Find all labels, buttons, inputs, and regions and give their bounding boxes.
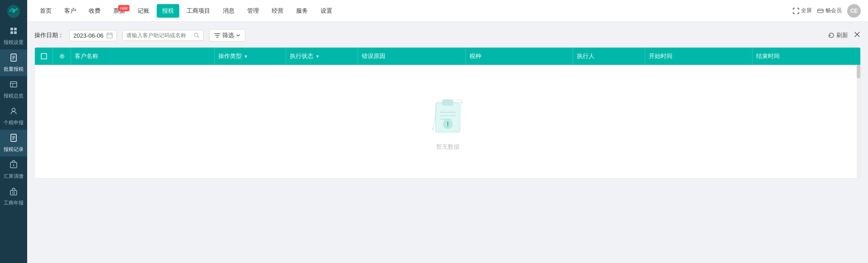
svg-point-43 <box>432 128 434 131</box>
avatar[interactable]: CE <box>847 4 861 18</box>
nav-income[interactable]: 收费 <box>83 4 106 18</box>
huisuan-jiaona-icon <box>9 160 18 171</box>
th-executor: 执行人 <box>573 48 645 65</box>
nav-message[interactable]: 消息 <box>217 4 240 18</box>
sidebar-item-baoshui-jilu[interactable]: 报税记录 <box>0 130 27 156</box>
svg-rect-25 <box>107 33 112 38</box>
close-button[interactable] <box>854 31 861 40</box>
svg-rect-4 <box>10 31 13 34</box>
close-icon <box>854 31 861 38</box>
nav-manage[interactable]: 管理 <box>242 4 264 18</box>
th-op-type[interactable]: 操作类型 ▼ <box>215 48 286 65</box>
search-input[interactable] <box>126 32 192 39</box>
th-settings[interactable] <box>53 48 71 65</box>
svg-rect-5 <box>14 31 17 34</box>
nav-account[interactable]: 记账 <box>132 4 155 18</box>
sidebar-item-label: 批量报税 <box>4 66 24 73</box>
th-client-name: 客户名称 <box>71 48 215 65</box>
svg-point-13 <box>12 108 15 112</box>
empty-text: 暂无数据 <box>436 143 460 151</box>
member-button[interactable]: 畅会员 <box>817 7 842 15</box>
table-header: 客户名称 操作类型 ▼ 执行状态 ▼ 错误原因 税种 <box>35 48 860 65</box>
filter-button[interactable]: 筛选 <box>209 29 245 42</box>
page-content: 操作日期： 2023-06-06 <box>27 22 868 263</box>
refresh-icon <box>828 32 834 39</box>
sidebar-item-label: 汇算清缴 <box>4 173 24 180</box>
svg-point-1 <box>12 10 15 13</box>
scrollbar-right[interactable] <box>857 65 860 178</box>
nav-invoice[interactable]: 票据 new <box>108 4 130 18</box>
svg-rect-3 <box>14 28 17 30</box>
sidebar-item-huisuan-jiaona[interactable]: 汇算清缴 <box>0 156 27 183</box>
svg-rect-2 <box>10 28 13 30</box>
top-nav-right: 全屏 畅会员 CE <box>793 4 861 18</box>
search-icon <box>194 32 199 39</box>
sidebar-item-label: 工商年报 <box>4 200 24 206</box>
piliang-baoshui-icon <box>9 53 18 64</box>
svg-point-44 <box>460 102 462 103</box>
sidebar-item-geshuishenb[interactable]: 个税申报 <box>0 103 27 130</box>
nav-business[interactable]: 工商项目 <box>181 4 216 18</box>
svg-rect-23 <box>818 9 823 13</box>
top-nav: 首页 客户 收费 票据 new 记账 报税 工商项目 消息 <box>27 0 868 22</box>
scroll-thumb[interactable] <box>857 65 860 78</box>
fullscreen-button[interactable]: 全屏 <box>793 7 812 15</box>
nav-tax[interactable]: 报税 <box>157 4 179 18</box>
sidebar: 报税设置 批量报税 报税总览 <box>0 0 27 263</box>
calendar-icon <box>106 32 113 39</box>
gongshang-nianb-icon <box>9 187 18 198</box>
select-all-checkbox[interactable] <box>41 53 47 59</box>
empty-state: 暂无数据 <box>35 65 860 178</box>
empty-illustration <box>425 92 470 137</box>
sidebar-logo <box>0 0 27 23</box>
sidebar-item-label: 个税申报 <box>4 119 24 126</box>
baoshui-jilu-icon <box>9 133 18 145</box>
date-label: 操作日期： <box>34 31 64 39</box>
filter-icon <box>214 32 221 39</box>
nav-home[interactable]: 首页 <box>34 4 57 18</box>
nav-operation[interactable]: 经营 <box>266 4 289 18</box>
sidebar-item-gongshang-nianb[interactable]: 工商年报 <box>0 183 27 210</box>
content: 操作日期： 2023-06-06 <box>27 22 868 263</box>
th-exec-status[interactable]: 执行状态 ▼ <box>286 48 358 65</box>
member-icon <box>817 8 824 14</box>
invoice-badge: new <box>118 5 129 12</box>
svg-line-30 <box>198 36 199 38</box>
main-area: 首页 客户 收费 票据 new 记账 报税 工商项目 消息 <box>27 0 868 263</box>
svg-rect-35 <box>442 100 453 105</box>
table-container: 客户名称 操作类型 ▼ 执行状态 ▼ 错误原因 税种 <box>34 47 861 179</box>
geshuishenb-icon <box>9 107 18 118</box>
op-type-sort-icon: ▼ <box>244 54 248 59</box>
nav-items: 首页 客户 收费 票据 new 记账 报税 工商项目 消息 <box>34 4 793 18</box>
sidebar-item-label: 报税记录 <box>4 146 24 153</box>
svg-point-41 <box>447 126 448 127</box>
sidebar-item-piliang-baoshui[interactable]: 批量报税 <box>0 49 27 76</box>
th-error-reason: 错误原因 <box>358 48 466 65</box>
th-end-time: 结束时间 <box>753 48 860 65</box>
nav-customer[interactable]: 客户 <box>59 4 82 18</box>
toolbar: 操作日期： 2023-06-06 <box>34 29 861 42</box>
sidebar-item-baoshui-shezhi[interactable]: 报税设置 <box>0 23 27 49</box>
th-checkbox[interactable] <box>35 48 53 65</box>
baoshui-zonglан-icon <box>9 80 18 91</box>
chevron-down-icon <box>236 33 240 38</box>
baoshui-shezhi-icon <box>9 26 18 38</box>
nav-service[interactable]: 服务 <box>291 4 313 18</box>
th-start-time: 开始时间 <box>645 48 753 65</box>
svg-rect-22 <box>13 192 14 194</box>
svg-point-33 <box>61 55 63 58</box>
exec-status-sort-icon: ▼ <box>315 54 320 59</box>
refresh-button[interactable]: 刷新 <box>828 31 848 39</box>
sidebar-item-label: 报税总览 <box>4 93 24 99</box>
settings-icon <box>59 53 65 59</box>
svg-point-20 <box>14 164 14 165</box>
table-body: 暂无数据 <box>35 65 860 178</box>
date-input[interactable]: 2023-06-06 <box>69 30 117 41</box>
sidebar-item-label: 报税设置 <box>4 39 24 46</box>
svg-rect-10 <box>10 82 17 87</box>
search-box <box>122 30 204 41</box>
nav-settings[interactable]: 设置 <box>315 4 338 18</box>
svg-rect-21 <box>10 190 17 195</box>
sidebar-item-baoshui-zonglан[interactable]: 报税总览 <box>0 76 27 103</box>
th-tax-type: 税种 <box>466 48 574 65</box>
